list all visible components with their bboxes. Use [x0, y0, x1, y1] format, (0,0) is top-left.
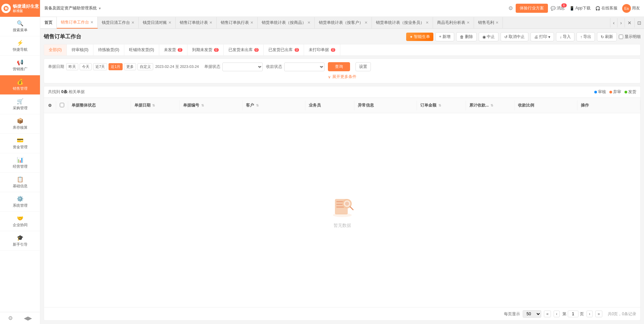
settings-bottom-icon[interactable]: ⚙	[8, 315, 13, 321]
amount-sort-icon[interactable]: ⇅	[438, 104, 441, 107]
select-all-checkbox[interactable]	[60, 103, 64, 107]
tab-sales-by-salesperson[interactable]: 销货单统计表（按业务员） ✕	[372, 17, 433, 28]
ship-action-button[interactable]: 发货	[625, 89, 636, 95]
yesterday-btn[interactable]: 昨天	[66, 63, 78, 70]
col-customer-header[interactable]: 客户 ⇅	[243, 100, 305, 110]
cancel-stop-button[interactable]: ↺ 取消中止	[501, 32, 528, 41]
query-button[interactable]: 查询	[328, 62, 350, 71]
subtab-pending-pickup[interactable]: 待拣验货(0)	[93, 44, 124, 55]
sidebar-item-cooperation[interactable]: 🤝 企业协同	[0, 212, 40, 231]
last-month-btn[interactable]: 近1月	[109, 63, 123, 70]
tab-home[interactable]: 首页	[40, 17, 57, 28]
industry-solution-button[interactable]: 体验行业方案	[516, 4, 548, 13]
sidebar-item-inventory[interactable]: 📦 库存核算	[0, 114, 40, 134]
more-date-btn[interactable]: 更多	[124, 63, 136, 70]
per-page-select[interactable]: 10 20 50 100	[523, 310, 541, 318]
import-button[interactable]: ↓ 导入	[556, 32, 574, 41]
tabs-close-all-icon[interactable]: ✕	[625, 18, 634, 28]
subtab-shipped-out[interactable]: 已发货已出库 0	[264, 44, 304, 55]
status-filter-select[interactable]	[222, 63, 263, 71]
tab-sales-profit[interactable]: 销售毛利 ✕	[474, 17, 503, 28]
tab-order-exec[interactable]: 销售订单执行表 ✕	[217, 17, 258, 28]
message-button[interactable]: 💬 消息 6	[551, 5, 565, 11]
collected-sort-icon[interactable]: ⇅	[490, 104, 493, 107]
subtab-overdue-not-shipped[interactable]: 到期未发货 0	[187, 44, 224, 55]
print-button[interactable]: 🖨 打印 ▾	[530, 32, 554, 41]
sidebar-item-quicknav[interactable]: ⚡ 快捷导航	[0, 36, 40, 56]
refresh-button[interactable]: ↻ 刷新	[597, 32, 617, 41]
tabs-expand-icon[interactable]: ⊡	[634, 18, 644, 28]
sidebar-item-search[interactable]: 🔍 搜索菜单	[0, 17, 40, 36]
close-tab-sales-by-customer-icon[interactable]: ✕	[364, 21, 368, 25]
col-no-header[interactable]: 单据编号 ⇅	[180, 100, 243, 110]
tab-sales-by-product[interactable]: 销货单统计表（按商品） ✕	[258, 17, 315, 28]
sidebar-item-management[interactable]: 📊 经营管理	[0, 153, 40, 173]
app-download-button[interactable]: 📱 App下载	[569, 5, 591, 11]
last-page-button[interactable]: »	[595, 311, 602, 317]
custom-date-btn[interactable]: 自定义	[137, 63, 153, 70]
col-amount-header[interactable]: 订单金额 ⇅	[417, 100, 466, 110]
show-detail-checkbox[interactable]: 显示明细	[619, 34, 641, 40]
collapse-icon[interactable]: ◀▶	[24, 315, 32, 321]
print-dropdown-icon[interactable]: ▾	[548, 35, 550, 39]
subtab-not-printed[interactable]: 未打印单据 0	[304, 44, 340, 55]
page-input[interactable]	[568, 311, 578, 317]
add-button[interactable]: + 新增	[435, 32, 454, 41]
close-tab-order-exec-icon[interactable]: ✕	[250, 21, 253, 25]
show-detail-input[interactable]	[619, 35, 623, 39]
sidebar-item-system[interactable]: ⚙️ 系统管理	[0, 192, 40, 212]
close-tab-gross-profit-icon[interactable]: ✕	[467, 21, 470, 25]
ai-generate-button[interactable]: ✦ 智能生单	[406, 33, 433, 41]
close-tab-sales-by-product-icon[interactable]: ✕	[307, 21, 310, 25]
prev-page-button[interactable]: ‹	[554, 311, 560, 317]
date-sort-icon[interactable]: ⇅	[152, 104, 155, 107]
sidebar-item-purchase[interactable]: 🛒 采购管理	[0, 95, 40, 114]
tabs-next-icon[interactable]: ›	[617, 18, 625, 28]
close-tab-sales-profit-icon[interactable]: ✕	[496, 21, 499, 25]
tab-sales-order-workbench[interactable]: 销售订单工作台 ✕	[57, 17, 98, 29]
expand-filter-button[interactable]: ∨ 展开更多条件	[328, 74, 356, 80]
delete-button[interactable]: 🗑 删除	[456, 32, 477, 41]
close-tab-reconciliation-icon[interactable]: ✕	[168, 21, 171, 25]
col-collected-header[interactable]: 累计收款... ⇅	[466, 100, 515, 110]
export-button[interactable]: ↑ 导出	[576, 32, 595, 41]
sidebar-item-finance[interactable]: 💳 资金管理	[0, 134, 40, 153]
next-page-button[interactable]: ›	[587, 311, 593, 317]
tab-daily-clear[interactable]: 钱货日清工作台 ✕	[98, 17, 139, 28]
sidebar-item-guide[interactable]: 🎓 新手引导	[0, 231, 40, 251]
last7days-btn[interactable]: 近7天	[93, 63, 107, 70]
col-settings[interactable]: ⚙	[44, 101, 56, 110]
tab-reconciliation[interactable]: 钱货日清对账 ✕	[139, 17, 176, 28]
subtab-not-shipped[interactable]: 未发货 0	[159, 44, 187, 55]
close-tab-order-stats-icon[interactable]: ✕	[209, 21, 212, 25]
tabs-prev-icon[interactable]: ‹	[610, 18, 617, 28]
subtab-pending-review[interactable]: 待审核(0)	[67, 44, 94, 55]
stop-button[interactable]: ◉ 中止	[479, 32, 499, 41]
settings-filter-button[interactable]: 设置	[355, 62, 371, 71]
payment-filter-select[interactable]	[284, 63, 325, 71]
cancel-review-action-button[interactable]: 弃审	[609, 89, 621, 95]
tab-sales-by-customer[interactable]: 销货单统计表（按客户） ✕	[315, 17, 372, 28]
dropdown-arrow-icon[interactable]: ▾	[99, 6, 101, 11]
tab-gross-profit[interactable]: 商品毛利分析表 ✕	[433, 17, 474, 28]
subtab-shipped-not-out[interactable]: 已发货未出库 0	[224, 44, 264, 55]
customer-sort-icon[interactable]: ⇅	[256, 104, 259, 107]
close-tab-sales-order-workbench-icon[interactable]: ✕	[90, 20, 93, 25]
subtab-all[interactable]: 全部(0)	[44, 44, 67, 55]
sidebar-item-basic[interactable]: 📋 基础信息	[0, 173, 40, 192]
sidebar-item-sales[interactable]: 💰 销售管理	[0, 75, 40, 95]
first-page-button[interactable]: «	[544, 311, 551, 317]
user-menu-button[interactable]: Ea 用友	[622, 4, 640, 13]
col-date-header[interactable]: 单据日期 ⇅	[131, 100, 180, 110]
sidebar-item-marketing[interactable]: 📢 营销推广	[0, 56, 40, 75]
settings-icon[interactable]: ⚙	[508, 5, 513, 11]
tab-order-stats[interactable]: 销售订单统计表 ✕	[176, 17, 217, 28]
subtab-wangpu-pending[interactable]: 旺铺待发货(0)	[124, 44, 159, 55]
no-sort-icon[interactable]: ⇅	[201, 104, 204, 107]
online-service-button[interactable]: 🎧 在线客服	[595, 5, 617, 11]
today-btn[interactable]: 今天	[80, 63, 92, 70]
close-tab-sales-by-salesperson-icon[interactable]: ✕	[426, 21, 429, 25]
review-action-button[interactable]: 审核	[594, 89, 606, 95]
close-tab-daily-clear-icon[interactable]: ✕	[131, 21, 134, 25]
col-check[interactable]	[56, 101, 68, 110]
